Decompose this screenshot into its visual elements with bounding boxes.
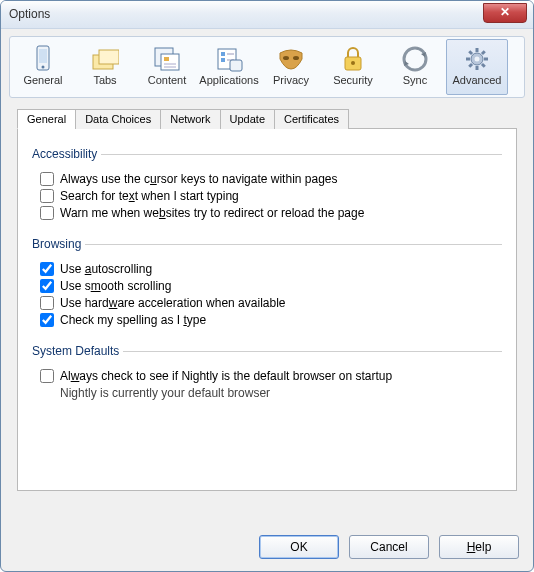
sync-icon bbox=[385, 44, 445, 74]
svg-line-26 bbox=[469, 64, 472, 67]
svg-point-2 bbox=[42, 66, 45, 69]
svg-rect-12 bbox=[221, 58, 225, 62]
general-panel: Accessibility Always use the cursor keys… bbox=[17, 129, 517, 491]
hw-accel-checkbox-label[interactable]: Use hardware acceleration when available bbox=[60, 296, 285, 310]
svg-rect-7 bbox=[164, 57, 169, 61]
svg-point-19 bbox=[351, 61, 355, 65]
advanced-category[interactable]: Advanced bbox=[446, 39, 508, 95]
svg-line-24 bbox=[482, 64, 485, 67]
search-text-checkbox-label[interactable]: Search for text when I start typing bbox=[60, 189, 239, 203]
apps-icon bbox=[199, 44, 259, 74]
hw-accel-checkbox[interactable] bbox=[40, 296, 54, 310]
category-label: Security bbox=[323, 74, 383, 86]
svg-point-22 bbox=[475, 57, 480, 62]
category-label: Advanced bbox=[447, 74, 507, 86]
spellcheck-checkbox-label[interactable]: Check my spelling as I type bbox=[60, 313, 206, 327]
svg-point-17 bbox=[293, 56, 299, 60]
cancel-button[interactable]: Cancel bbox=[349, 535, 429, 559]
category-label: General bbox=[13, 74, 73, 86]
svg-line-30 bbox=[482, 51, 485, 54]
spellcheck-checkbox[interactable] bbox=[40, 313, 54, 327]
svg-point-20 bbox=[404, 48, 426, 70]
search-text-checkbox-row: Search for text when I start typing bbox=[40, 189, 502, 203]
autoscrolling-checkbox[interactable] bbox=[40, 262, 54, 276]
smooth-scrolling-checkbox[interactable] bbox=[40, 279, 54, 293]
group-legend: Accessibility bbox=[32, 147, 101, 161]
content-icon bbox=[137, 44, 197, 74]
spellcheck-checkbox-row: Check my spelling as I type bbox=[40, 313, 502, 327]
svg-rect-1 bbox=[39, 49, 47, 63]
tab-data-choices[interactable]: Data Choices bbox=[75, 109, 161, 129]
titlebar: Options ✕ bbox=[1, 1, 533, 29]
default-browser-checkbox-label[interactable]: Always check to see if Nightly is the de… bbox=[60, 369, 392, 383]
sync-category[interactable]: Sync bbox=[384, 39, 446, 95]
category-label: Privacy bbox=[261, 74, 321, 86]
options-window: Options ✕ GeneralTabsContentApplications… bbox=[0, 0, 534, 572]
search-text-checkbox[interactable] bbox=[40, 189, 54, 203]
cursor-keys-checkbox-label[interactable]: Always use the cursor keys to navigate w… bbox=[60, 172, 338, 186]
help-button[interactable]: Help bbox=[439, 535, 519, 559]
default-browser-checkbox-row: Always check to see if Nightly is the de… bbox=[40, 369, 502, 383]
autoscrolling-checkbox-label[interactable]: Use autoscrolling bbox=[60, 262, 152, 276]
system-defaults-group: System Defaults Always check to see if N… bbox=[32, 344, 502, 400]
warn-redirect-checkbox[interactable] bbox=[40, 206, 54, 220]
group-legend: System Defaults bbox=[32, 344, 123, 358]
svg-rect-6 bbox=[161, 54, 179, 70]
subtab-strip: GeneralData ChoicesNetworkUpdateCertific… bbox=[17, 108, 517, 129]
mask-icon bbox=[261, 44, 321, 74]
svg-rect-4 bbox=[99, 50, 119, 64]
default-browser-checkbox[interactable] bbox=[40, 369, 54, 383]
applications-category[interactable]: Applications bbox=[198, 39, 260, 95]
autoscrolling-checkbox-row: Use autoscrolling bbox=[40, 262, 502, 276]
warn-redirect-checkbox-row: Warn me when websites try to redirect or… bbox=[40, 206, 502, 220]
browsing-group: Browsing Use autoscrollingUse smooth scr… bbox=[32, 237, 502, 330]
tab-certificates[interactable]: Certificates bbox=[274, 109, 349, 129]
close-button[interactable]: ✕ bbox=[483, 3, 527, 23]
default-browser-status: Nightly is currently your default browse… bbox=[60, 386, 502, 400]
category-label: Content bbox=[137, 74, 197, 86]
tab-update[interactable]: Update bbox=[220, 109, 275, 129]
accessibility-group: Accessibility Always use the cursor keys… bbox=[32, 147, 502, 223]
tab-network[interactable]: Network bbox=[160, 109, 220, 129]
ok-button[interactable]: OK bbox=[259, 535, 339, 559]
security-category[interactable]: Security bbox=[322, 39, 384, 95]
hw-accel-checkbox-row: Use hardware acceleration when available bbox=[40, 296, 502, 310]
category-toolbar: GeneralTabsContentApplicationsPrivacySec… bbox=[9, 36, 525, 98]
content-category[interactable]: Content bbox=[136, 39, 198, 95]
svg-rect-15 bbox=[230, 60, 242, 71]
close-icon: ✕ bbox=[500, 5, 510, 19]
category-label: Applications bbox=[199, 74, 259, 86]
svg-rect-11 bbox=[221, 52, 225, 56]
cursor-keys-checkbox[interactable] bbox=[40, 172, 54, 186]
lock-icon bbox=[323, 44, 383, 74]
warn-redirect-checkbox-label[interactable]: Warn me when websites try to redirect or… bbox=[60, 206, 364, 220]
category-label: Sync bbox=[385, 74, 445, 86]
privacy-category[interactable]: Privacy bbox=[260, 39, 322, 95]
category-label: Tabs bbox=[75, 74, 135, 86]
svg-point-16 bbox=[283, 56, 289, 60]
window-title: Options bbox=[9, 7, 50, 21]
tab-general[interactable]: General bbox=[17, 109, 76, 129]
svg-line-28 bbox=[469, 51, 472, 54]
general-category[interactable]: General bbox=[12, 39, 74, 95]
group-legend: Browsing bbox=[32, 237, 85, 251]
smooth-scrolling-checkbox-row: Use smooth scrolling bbox=[40, 279, 502, 293]
cursor-keys-checkbox-row: Always use the cursor keys to navigate w… bbox=[40, 172, 502, 186]
phone-icon bbox=[13, 44, 73, 74]
gear-icon bbox=[447, 44, 507, 74]
smooth-scrolling-checkbox-label[interactable]: Use smooth scrolling bbox=[60, 279, 171, 293]
tabs-icon bbox=[75, 44, 135, 74]
tabs-category[interactable]: Tabs bbox=[74, 39, 136, 95]
dialog-buttons: OK Cancel Help bbox=[259, 535, 519, 559]
